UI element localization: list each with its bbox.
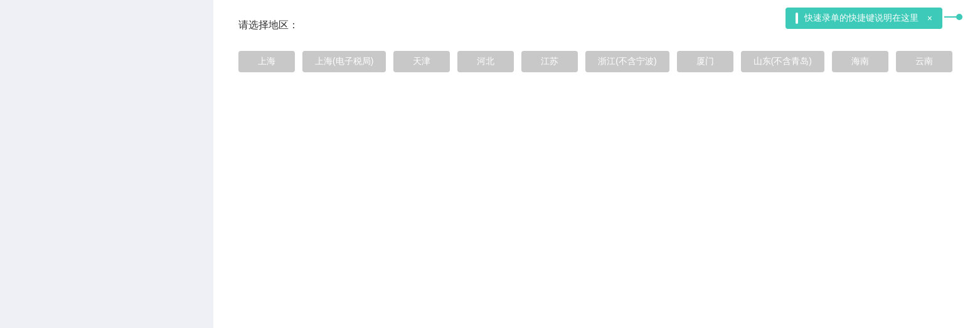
region-button-8[interactable]: 海南 xyxy=(832,51,888,72)
region-button-6[interactable]: 厦门 xyxy=(677,51,733,72)
notification-dot xyxy=(956,14,962,20)
region-button-7[interactable]: 山东(不含青岛) xyxy=(741,51,824,72)
region-button-5[interactable]: 浙江(不含宁波) xyxy=(585,51,669,72)
region-button-4[interactable]: 江苏 xyxy=(521,51,578,72)
notification-line xyxy=(944,16,957,18)
sidebar xyxy=(0,0,213,328)
close-icon[interactable]: × xyxy=(927,13,932,23)
main-content: 请选择地区： 上海上海(电子税局)天津河北江苏浙江(不含宁波)厦门山东(不含青岛… xyxy=(213,0,980,328)
region-button-2[interactable]: 天津 xyxy=(393,51,450,72)
notification-bar: 快速录单的快捷键说明在这里 × xyxy=(786,8,942,29)
region-button-1[interactable]: 上海(电子税局) xyxy=(302,51,386,72)
region-buttons: 上海上海(电子税局)天津河北江苏浙江(不含宁波)厦门山东(不含青岛)海南云南 xyxy=(238,51,955,72)
notification-text: 快速录单的快捷键说明在这里 xyxy=(804,13,919,24)
bar-accent-icon xyxy=(796,13,798,24)
region-button-3[interactable]: 河北 xyxy=(457,51,514,72)
region-button-9[interactable]: 云南 xyxy=(896,51,952,72)
region-button-0[interactable]: 上海 xyxy=(238,51,295,72)
